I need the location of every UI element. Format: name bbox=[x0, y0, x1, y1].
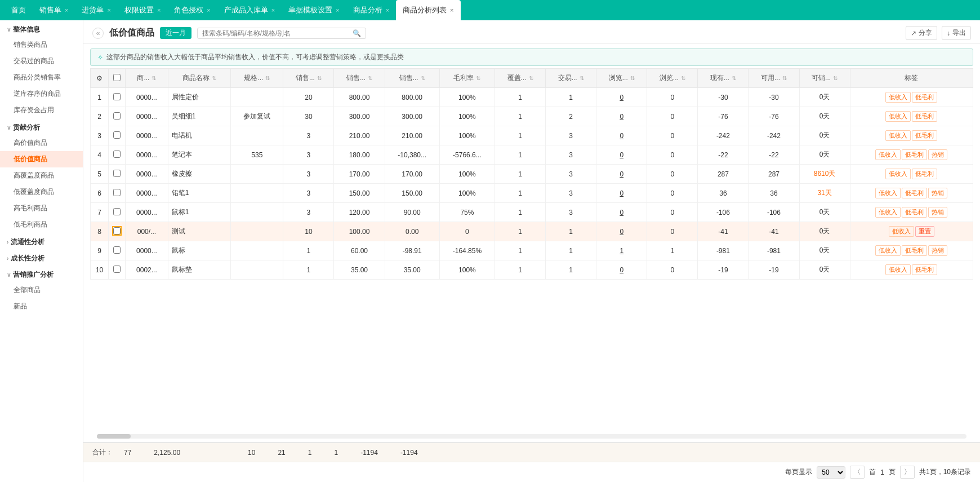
cell-view1[interactable]: 1 bbox=[596, 241, 647, 260]
row-checkbox[interactable] bbox=[113, 170, 121, 177]
nav-tab-permission-settings[interactable]: 权限设置 × bbox=[118, 0, 167, 20]
col-available[interactable]: 可用... ⇅ bbox=[749, 69, 799, 88]
view1-link[interactable]: 0 bbox=[620, 209, 623, 216]
sidebar-item-low-margin[interactable]: 低毛利商品 bbox=[0, 216, 83, 233]
cell-checkbox[interactable] bbox=[109, 145, 126, 165]
search-input[interactable] bbox=[202, 29, 350, 37]
search-icon[interactable]: 🔍 bbox=[353, 29, 361, 37]
cell-view1[interactable]: 0 bbox=[596, 165, 647, 184]
view1-link[interactable]: 0 bbox=[620, 113, 623, 121]
cell-view1[interactable]: 0 bbox=[596, 203, 647, 222]
cell-view1[interactable]: 0 bbox=[596, 126, 647, 145]
close-icon[interactable]: × bbox=[336, 7, 339, 14]
cell-checkbox[interactable] bbox=[109, 107, 126, 126]
sidebar-item-traded-goods[interactable]: 交易过的商品 bbox=[0, 53, 83, 69]
sidebar-collapse-button[interactable]: « bbox=[92, 28, 104, 39]
row-checkbox[interactable] bbox=[113, 131, 121, 139]
cell-view1[interactable]: 0 bbox=[596, 88, 647, 107]
sidebar-item-new-goods[interactable]: 新品 bbox=[0, 298, 83, 315]
cell-checkbox[interactable] bbox=[109, 184, 126, 203]
share-button[interactable]: ↗ 分享 bbox=[906, 26, 937, 40]
filter-recent-month-button[interactable]: 近一月 bbox=[160, 27, 191, 39]
nav-tab-product-analysis-list[interactable]: 商品分析列表 × bbox=[396, 0, 460, 20]
row-checkbox[interactable] bbox=[113, 112, 121, 120]
sidebar-item-high-margin[interactable]: 高毛利商品 bbox=[0, 200, 83, 216]
col-trade[interactable]: 交易... ⇅ bbox=[546, 69, 596, 88]
col-gross-rate[interactable]: 毛利率 ⇅ bbox=[439, 69, 495, 88]
sidebar-item-all-goods[interactable]: 全部商品 bbox=[0, 282, 83, 298]
nav-tab-product-analysis[interactable]: 商品分析 × bbox=[346, 0, 396, 20]
nav-tab-template-settings[interactable]: 单据模板设置 × bbox=[282, 0, 346, 20]
col-sellable[interactable]: 可销... ⇅ bbox=[799, 69, 850, 88]
row-checkbox[interactable] bbox=[113, 151, 121, 158]
close-icon[interactable]: × bbox=[107, 7, 110, 14]
col-spec[interactable]: 规格... ⇅ bbox=[231, 69, 283, 88]
cell-checkbox[interactable] bbox=[109, 222, 126, 241]
sidebar-item-high-coverage[interactable]: 高覆盖度商品 bbox=[0, 167, 83, 184]
export-button[interactable]: ↓ 导出 bbox=[942, 26, 971, 40]
col-settings[interactable]: ⚙ bbox=[91, 69, 109, 88]
close-icon[interactable]: × bbox=[65, 7, 68, 14]
row-checkbox[interactable] bbox=[113, 266, 121, 273]
sidebar-item-category-sales[interactable]: 商品分类销售率 bbox=[0, 69, 83, 86]
select-all-checkbox[interactable] bbox=[113, 74, 121, 81]
cell-checkbox[interactable] bbox=[109, 241, 126, 260]
nav-tab-purchase-order[interactable]: 进货单 × bbox=[75, 0, 117, 20]
col-sales-profit[interactable]: 销售... ⇅ bbox=[385, 69, 439, 88]
cell-checkbox[interactable] bbox=[109, 126, 126, 145]
cell-view1[interactable]: 0 bbox=[596, 222, 647, 241]
settings-icon[interactable]: ⚙ bbox=[96, 74, 103, 82]
sidebar-group-circulation[interactable]: ›流通性分析 bbox=[0, 233, 83, 249]
per-page-select[interactable]: 50 20 100 bbox=[817, 466, 845, 479]
sidebar-group-growth[interactable]: ›成长性分析 bbox=[0, 249, 83, 266]
view1-link[interactable]: 0 bbox=[620, 266, 623, 274]
sidebar-group-overall[interactable]: ∨整体信息 bbox=[0, 20, 83, 37]
col-view2[interactable]: 浏览... ⇅ bbox=[647, 69, 698, 88]
cell-view1[interactable]: 0 bbox=[596, 107, 647, 126]
sidebar-item-reverse-stock[interactable]: 逆库存序的商品 bbox=[0, 86, 83, 102]
cell-checkbox[interactable] bbox=[109, 203, 126, 222]
sidebar-group-contribution[interactable]: ∨贡献分析 bbox=[0, 118, 83, 135]
nav-tab-product-inbound[interactable]: 产成品入库单 × bbox=[217, 0, 282, 20]
close-icon[interactable]: × bbox=[207, 7, 210, 14]
cell-view1[interactable]: 0 bbox=[596, 260, 647, 280]
nav-home[interactable]: 首页 bbox=[5, 0, 33, 20]
close-icon[interactable]: × bbox=[386, 7, 389, 14]
sidebar-item-low-value[interactable]: 低价值商品 bbox=[0, 151, 83, 167]
next-page-button[interactable]: 〉 bbox=[900, 466, 915, 479]
col-name[interactable]: 商品名称 ⇅ bbox=[168, 69, 230, 88]
sidebar-item-sales-goods[interactable]: 销售类商品 bbox=[0, 37, 83, 53]
close-icon[interactable]: × bbox=[450, 7, 453, 14]
cell-checkbox[interactable] bbox=[109, 88, 126, 107]
col-sales-amount[interactable]: 销售... ⇅ bbox=[334, 69, 385, 88]
table-container[interactable]: ⚙ 商... ⇅ 商品名称 ⇅ 规格... ⇅ 销售... ⇅ 销售... ⇅ … bbox=[83, 68, 980, 433]
sidebar-item-stock-fund[interactable]: 库存资金占用 bbox=[0, 102, 83, 118]
row-checkbox[interactable] bbox=[113, 246, 121, 254]
row-checkbox[interactable] bbox=[113, 227, 121, 235]
nav-tab-sales-order[interactable]: 销售单 × bbox=[33, 0, 75, 20]
col-coverage[interactable]: 覆盖... ⇅ bbox=[495, 69, 546, 88]
sidebar-item-low-coverage[interactable]: 低覆盖度商品 bbox=[0, 184, 83, 200]
cell-view1[interactable]: 0 bbox=[596, 145, 647, 165]
close-icon[interactable]: × bbox=[271, 7, 275, 14]
sidebar-item-high-value[interactable]: 高价值商品 bbox=[0, 135, 83, 151]
view1-link[interactable]: 0 bbox=[620, 151, 623, 159]
view1-link[interactable]: 0 bbox=[620, 170, 623, 178]
nav-tab-role-auth[interactable]: 角色授权 × bbox=[167, 0, 217, 20]
col-code[interactable]: 商... ⇅ bbox=[126, 69, 168, 88]
row-checkbox[interactable] bbox=[113, 208, 121, 215]
cell-checkbox[interactable] bbox=[109, 260, 126, 280]
sidebar-group-marketing[interactable]: ∨营销推广分析 bbox=[0, 266, 83, 282]
view1-link[interactable]: 0 bbox=[620, 94, 623, 101]
row-checkbox[interactable] bbox=[113, 189, 121, 196]
cell-view1[interactable]: 0 bbox=[596, 184, 647, 203]
row-checkbox[interactable] bbox=[113, 93, 121, 100]
col-stock[interactable]: 现有... ⇅ bbox=[698, 69, 749, 88]
cell-checkbox[interactable] bbox=[109, 165, 126, 184]
view1-link[interactable]: 1 bbox=[620, 247, 623, 255]
view1-link[interactable]: 0 bbox=[620, 189, 623, 197]
first-page-button[interactable]: 〈 bbox=[850, 466, 865, 479]
close-icon[interactable]: × bbox=[157, 7, 161, 14]
view1-link[interactable]: 0 bbox=[620, 228, 623, 236]
col-sales-qty[interactable]: 销售... ⇅ bbox=[283, 69, 334, 88]
